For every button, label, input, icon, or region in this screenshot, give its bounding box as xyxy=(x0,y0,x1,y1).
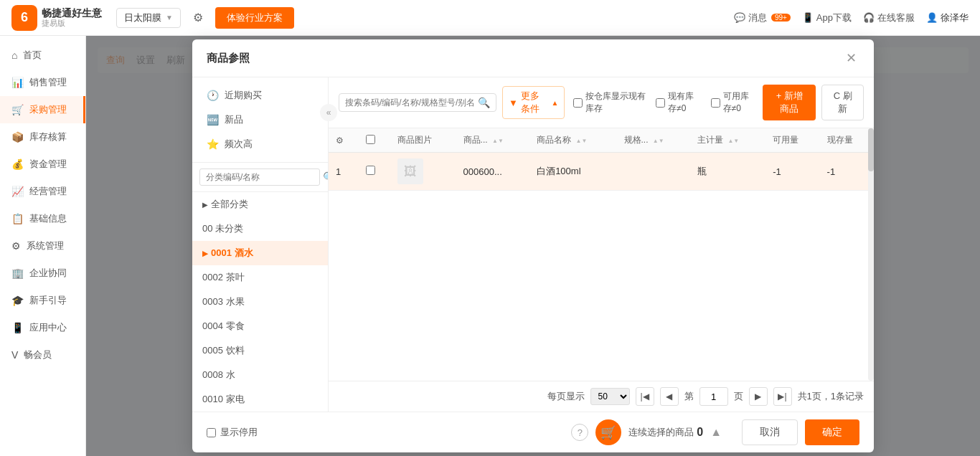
sidebar-label-basic: 基础信息 xyxy=(29,212,67,225)
continuous-select-label: 连续选择的商品 xyxy=(628,426,694,439)
refresh-button[interactable]: C 刷新 xyxy=(821,85,864,120)
product-search-input[interactable] xyxy=(345,98,475,108)
sidebar-item-ops[interactable]: 📈 经营管理 xyxy=(0,178,85,205)
sidebar-label-home: 首页 xyxy=(23,49,42,62)
sidebar-item-corp[interactable]: 🏢 企业协同 xyxy=(0,260,85,287)
modal-body: 🕐 近期购买 🆕 新品 ⭐ 频次高 xyxy=(192,77,874,412)
sidebar-label-inventory: 库存核算 xyxy=(29,130,67,143)
page-size-select[interactable]: 50 100 xyxy=(590,388,630,405)
sidebar-item-inventory[interactable]: 📦 库存核算 xyxy=(0,123,85,151)
table-row[interactable]: 1 🖼 000600... 白酒100ml 瓶 xyxy=(329,153,874,191)
category-item-fruit[interactable]: 0003 水果 xyxy=(192,290,328,314)
nav-user[interactable]: 👤 徐泽华 xyxy=(926,11,969,24)
select-all-checkbox[interactable] xyxy=(366,135,375,144)
modal-close-button[interactable]: ✕ xyxy=(842,49,859,67)
category-item-snack[interactable]: 0004 零食 xyxy=(192,314,328,338)
page-number-input[interactable] xyxy=(699,387,728,406)
filter-by-warehouse[interactable]: 按仓库显示现有库存 xyxy=(573,90,647,115)
category-item-appliance[interactable]: 0010 家电 xyxy=(192,387,328,412)
app-label: App下载 xyxy=(816,11,852,24)
quick-btn-new-label: 新品 xyxy=(225,113,243,126)
sort-code-icon[interactable]: ▲▼ xyxy=(492,138,504,144)
sidebar-label-purchase: 采购管理 xyxy=(29,103,67,116)
sidebar-item-sales[interactable]: 📊 销售管理 xyxy=(0,69,85,96)
sort-unit-icon[interactable]: ▲▼ xyxy=(727,138,739,144)
select-count-badge: 0 xyxy=(697,426,703,439)
product-search-icon[interactable]: 🔍 xyxy=(478,97,490,108)
collapse-up-icon[interactable]: ▲ xyxy=(710,426,722,439)
cell-seq: 1 xyxy=(329,153,359,191)
prev-page-button[interactable]: ◀ xyxy=(660,387,679,406)
table-scrollbar[interactable] xyxy=(868,128,874,381)
category-search-icon[interactable]: 🔍 xyxy=(323,171,329,183)
cancel-button[interactable]: 取消 xyxy=(742,419,798,445)
more-filter-button[interactable]: ▼ 更多条件 ▲ xyxy=(502,86,565,119)
nav-app-download[interactable]: 📱 App下载 xyxy=(802,11,852,24)
sidebar: ⌂ 首页 📊 销售管理 🛒 采购管理 📦 库存核算 💰 资金管理 📈 经营管理 … xyxy=(0,36,86,456)
filter-nonzero-available-checkbox[interactable] xyxy=(711,98,720,108)
trial-button[interactable]: 体验行业方案 xyxy=(215,7,294,29)
category-item-tea[interactable]: 0002 茶叶 xyxy=(192,265,328,290)
th-checkbox xyxy=(359,128,390,153)
modal-overlay: 商品参照 ✕ 🕐 近期购买 xyxy=(86,36,980,456)
next-page-button[interactable]: ▶ xyxy=(749,387,768,406)
product-search-box: 🔍 xyxy=(339,93,496,112)
confirm-button[interactable]: 确定 xyxy=(805,419,859,445)
category-item-beverage[interactable]: 0005 饮料 xyxy=(192,338,328,363)
sidebar-item-apps[interactable]: 📱 应用中心 xyxy=(0,314,85,341)
th-name: 商品名称 ▲▼ xyxy=(529,128,616,153)
quick-btn-frequent[interactable]: ⭐ 频次高 xyxy=(199,133,321,155)
ops-icon: 📈 xyxy=(11,186,24,197)
pagination-area: 每页显示 50 100 |◀ ◀ 第 页 ▶ ▶| xyxy=(329,381,874,412)
show-disabled-checkbox-area[interactable]: 显示停用 xyxy=(207,426,258,439)
nav-customer-service[interactable]: 🎧 在线客服 xyxy=(863,11,915,24)
filter-nonzero-stock[interactable]: 现有库存≠0 xyxy=(656,90,702,115)
nav-message[interactable]: 💬 消息 99+ xyxy=(734,11,791,24)
sidebar-label-ops: 经营管理 xyxy=(29,185,67,198)
add-product-button[interactable]: + 新增商品 xyxy=(763,85,816,120)
table-header: ⚙ 商品图片 商品... ▲▼ 商品名称 xyxy=(329,128,874,153)
logo-sub-text: 捷易版 xyxy=(42,19,102,28)
continuous-select-area: 连续选择的商品 0 xyxy=(628,426,703,439)
category-arrow-icon: ▶ xyxy=(202,201,208,209)
last-page-button[interactable]: ▶| xyxy=(773,387,792,406)
sidebar-item-finance[interactable]: 💰 资金管理 xyxy=(0,151,85,178)
category-item-liquor[interactable]: ▶ 0001 酒水 xyxy=(192,241,328,265)
first-page-button[interactable]: |◀ xyxy=(636,387,654,406)
corp-icon: 🏢 xyxy=(11,267,24,279)
nav-right: 💬 消息 99+ 📱 App下载 🎧 在线客服 👤 徐泽华 xyxy=(734,11,969,24)
category-label-water: 0008 水 xyxy=(202,369,235,381)
sort-name-icon[interactable]: ▲▼ xyxy=(575,138,587,144)
sidebar-item-home[interactable]: ⌂ 首页 xyxy=(0,42,85,69)
guide-icon: 🎓 xyxy=(11,295,24,306)
sidebar-item-system[interactable]: ⚙ 系统管理 xyxy=(0,232,85,260)
show-disabled-checkbox[interactable] xyxy=(207,428,216,437)
product-table: ⚙ 商品图片 商品... ▲▼ 商品名称 xyxy=(329,128,874,191)
help-icon[interactable]: ? xyxy=(571,424,588,441)
sidebar-item-member[interactable]: V 畅会员 xyxy=(0,341,85,369)
filter-nonzero-available[interactable]: 可用库存≠0 xyxy=(711,90,757,115)
filter-nonzero-stock-checkbox[interactable] xyxy=(656,98,665,108)
sidebar-item-purchase[interactable]: 🛒 采购管理 xyxy=(0,96,85,123)
quick-btn-recent[interactable]: 🕐 近期购买 xyxy=(199,85,321,106)
sidebar-item-basic[interactable]: 📋 基础信息 xyxy=(0,205,85,232)
message-label: 消息 xyxy=(748,11,767,24)
row-checkbox[interactable] xyxy=(366,166,375,175)
th-settings[interactable]: ⚙ xyxy=(329,128,359,153)
category-search-input[interactable] xyxy=(199,168,320,186)
filter-by-warehouse-checkbox[interactable] xyxy=(573,98,583,108)
cart-button[interactable]: 🛒 xyxy=(595,419,621,445)
category-item-all[interactable]: ▶ 全部分类 xyxy=(192,192,328,217)
inventory-icon: 📦 xyxy=(11,131,24,143)
logo-icon: 6 xyxy=(11,5,37,31)
sidebar-label-member: 畅会员 xyxy=(24,348,52,361)
category-item-water[interactable]: 0008 水 xyxy=(192,363,328,387)
company-selector[interactable]: 日太阳膜 ▼ xyxy=(116,8,181,28)
category-item-uncategorized[interactable]: 00 未分类 xyxy=(192,217,328,241)
category-label-tea: 0002 茶叶 xyxy=(202,271,245,284)
sort-spec-icon[interactable]: ▲▼ xyxy=(653,138,664,144)
quick-btn-new[interactable]: 🆕 新品 xyxy=(199,109,321,130)
message-badge: 99+ xyxy=(771,14,791,22)
settings-icon[interactable]: ⚙ xyxy=(187,6,209,29)
sidebar-item-guide[interactable]: 🎓 新手引导 xyxy=(0,287,85,314)
